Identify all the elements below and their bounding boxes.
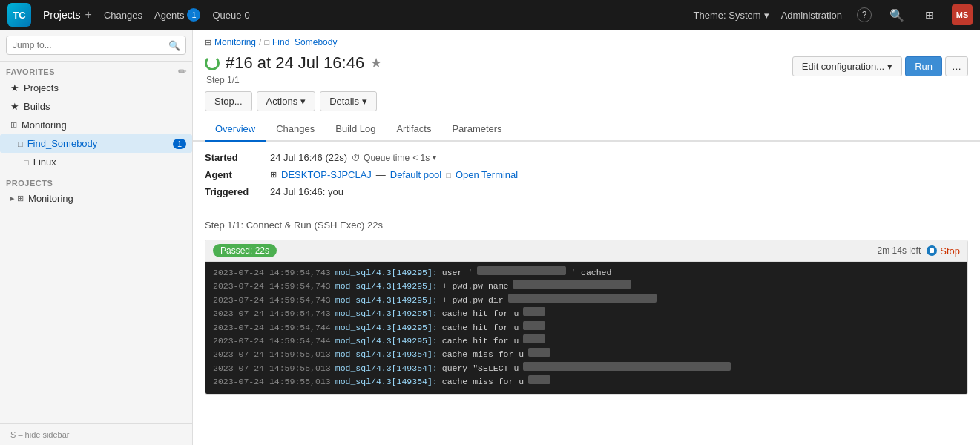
run-btn[interactable]: Run xyxy=(905,56,942,76)
triggered-value: 24 Jul 16:46: you xyxy=(270,186,343,197)
step-header: Step 1/1: Connect & Run (SSH Exec) 22s xyxy=(205,220,968,231)
favorites-section-header: FAVORITES ✏ xyxy=(0,62,192,79)
log-line: 2023-07-24 14:59:55,013 mod_sql/4.3[1493… xyxy=(213,375,960,389)
started-label: Started xyxy=(205,152,264,163)
nav-add-project-btn[interactable]: + xyxy=(85,8,92,22)
favorite-star[interactable]: ★ xyxy=(370,55,382,71)
log-header-right: 2m 14s left Stop xyxy=(878,245,960,257)
tc-logo[interactable]: TC xyxy=(7,3,31,27)
log-header-left: Passed: 22s xyxy=(213,244,277,257)
nav-changes[interactable]: Changes xyxy=(104,10,142,21)
nav-help-btn[interactable]: ? xyxy=(854,4,875,25)
actions-dropdown-icon: ▾ xyxy=(300,96,306,107)
sidebar-find-somebody-label: Find_Somebody xyxy=(27,138,98,149)
open-terminal-link[interactable]: Open Terminal xyxy=(456,169,518,180)
details-btn[interactable]: Details ▾ xyxy=(320,91,377,111)
nav-queue[interactable]: Queue 0 xyxy=(212,10,249,21)
nav-administration[interactable]: Administration xyxy=(781,10,842,21)
stop-circle-icon xyxy=(927,245,937,256)
build-actions: Stop... Actions ▾ Details ▾ xyxy=(193,91,980,117)
log-body: 2023-07-24 14:59:54,743 mod_sql/4.3[1492… xyxy=(205,262,967,394)
breadcrumb-monitoring-icon: ⊞ xyxy=(205,38,211,47)
agent-pool-link[interactable]: Default pool xyxy=(390,169,441,180)
top-nav: TC Projects + Changes Agents 1 1 Queue 0… xyxy=(0,0,980,30)
sidebar-projects-label: Projects xyxy=(24,82,59,93)
sidebar-item-linux[interactable]: □ Linux xyxy=(0,153,192,171)
nav-theme[interactable]: Theme: System ▾ xyxy=(694,10,769,21)
monitoring-icon: ⊞ xyxy=(10,120,17,130)
app-layout: 🔍 FAVORITES ✏ ★ Projects ★ Builds ⊞ Moni… xyxy=(0,30,980,445)
queue-time: ⏱ Queue time < 1s ▾ xyxy=(352,153,436,163)
log-line: 2023-07-24 14:59:55,013 mod_sql/4.3[1493… xyxy=(213,348,960,361)
log-line: 2023-07-24 14:59:54,744 mod_sql/4.3[1492… xyxy=(213,321,960,334)
running-icon xyxy=(205,56,220,70)
agent-label: Agent xyxy=(205,169,264,180)
log-line: 2023-07-24 14:59:54,743 mod_sql/4.3[1492… xyxy=(213,294,960,307)
projects-fav-icon: ★ xyxy=(10,82,19,93)
nav-search-btn[interactable]: 🔍 xyxy=(887,4,907,25)
tab-artifacts[interactable]: Artifacts xyxy=(386,117,441,142)
triggered-label: Triggered xyxy=(205,186,264,197)
monitoring-project-icon: ▸ ⊞ xyxy=(10,194,24,203)
actions-btn[interactable]: Actions ▾ xyxy=(257,91,316,111)
sidebar-item-monitoring-project[interactable]: ▸ ⊞ Monitoring xyxy=(0,189,192,208)
tabs: Overview Changes Build Log Artifacts Par… xyxy=(193,117,980,142)
agent-value: ⊞ DESKTOP-SJPCLAJ — Default pool □ Open … xyxy=(270,169,518,180)
step-section: Step 1/1: Connect & Run (SSH Exec) 22s xyxy=(193,214,980,234)
edit-config-dropdown-icon: ▾ xyxy=(887,61,892,72)
sidebar-item-builds[interactable]: ★ Builds xyxy=(0,97,192,116)
sidebar-linux-label: Linux xyxy=(33,156,56,168)
log-line: 2023-07-24 14:59:55,013 mod_sql/4.3[1493… xyxy=(213,362,960,375)
stop-log-btn[interactable]: Stop xyxy=(927,245,960,257)
sidebar-search-area: 🔍 xyxy=(0,30,192,62)
nav-layout-btn[interactable]: ⊞ xyxy=(919,4,940,25)
details-dropdown-icon: ▾ xyxy=(362,96,367,107)
search-input[interactable] xyxy=(6,36,186,55)
main-content: ⊞ Monitoring / □ Find_Somebody #16 at 24… xyxy=(193,30,980,445)
passed-badge: Passed: 22s xyxy=(213,244,277,257)
breadcrumb-monitoring-link[interactable]: Monitoring xyxy=(214,37,256,47)
find-somebody-badge: 1 xyxy=(173,139,186,149)
log-line: 2023-07-24 14:59:54,743 mod_sql/4.3[1492… xyxy=(213,266,960,280)
breadcrumb-find-somebody-link[interactable]: Find_Somebody xyxy=(272,37,337,47)
sidebar-item-monitoring[interactable]: ⊞ Monitoring xyxy=(0,116,192,134)
started-value: 24 Jul 16:46 (22s) ⏱ Queue time < 1s ▾ xyxy=(270,152,436,163)
tab-parameters[interactable]: Parameters xyxy=(441,117,512,142)
tab-changes[interactable]: Changes xyxy=(266,117,325,142)
build-number-title: #16 at 24 Jul 16:46 xyxy=(226,53,364,73)
builds-fav-icon: ★ xyxy=(10,101,19,112)
sidebar-monitoring-project-label: Monitoring xyxy=(28,193,73,204)
find-somebody-icon: □ xyxy=(18,139,23,148)
build-title: #16 at 24 Jul 16:46 ★ xyxy=(205,53,382,73)
log-header: Passed: 22s 2m 14s left Stop xyxy=(205,240,967,262)
stop-square-icon xyxy=(930,248,934,253)
nav-agents[interactable]: Agents 1 1 xyxy=(154,8,200,22)
windows-icon: ⊞ xyxy=(270,170,277,179)
agents-badge: 1 xyxy=(187,8,200,22)
breadcrumb-find-somebody-icon: □ xyxy=(264,38,269,47)
stop-btn[interactable]: Stop... xyxy=(205,91,252,111)
user-avatar[interactable]: MS xyxy=(952,4,973,25)
tab-build-log[interactable]: Build Log xyxy=(325,117,386,142)
sidebar-item-find-somebody[interactable]: □ Find_Somebody 1 xyxy=(0,134,192,153)
log-line: 2023-07-24 14:59:54,743 mod_sql/4.3[1492… xyxy=(213,307,960,320)
triggered-row: Triggered 24 Jul 16:46: you xyxy=(205,186,968,197)
nav-projects-label[interactable]: Projects xyxy=(43,9,81,21)
search-icon: 🔍 xyxy=(168,40,180,51)
hide-sidebar-btn[interactable]: S – hide sidebar xyxy=(0,423,192,445)
edit-configuration-btn[interactable]: Edit configuration... ▾ xyxy=(792,56,902,76)
tab-overview[interactable]: Overview xyxy=(205,117,266,142)
linux-icon: □ xyxy=(24,158,29,167)
edit-favorites-btn[interactable]: ✏ xyxy=(178,66,187,77)
build-step-label: Step 1/1 xyxy=(205,75,382,85)
header-actions: Edit configuration... ▾ Run … xyxy=(792,56,968,76)
agent-name-link[interactable]: DESKTOP-SJPCLAJ xyxy=(281,169,372,180)
log-line: 2023-07-24 14:59:54,744 mod_sql/4.3[1492… xyxy=(213,334,960,348)
sidebar-item-projects[interactable]: ★ Projects xyxy=(0,79,192,97)
more-options-btn[interactable]: … xyxy=(945,56,968,76)
started-row: Started 24 Jul 16:46 (22s) ⏱ Queue time … xyxy=(205,152,968,163)
queue-time-dropdown[interactable]: ▾ xyxy=(433,154,436,162)
build-info: Started 24 Jul 16:46 (22s) ⏱ Queue time … xyxy=(193,142,980,214)
breadcrumb: ⊞ Monitoring / □ Find_Somebody xyxy=(193,30,980,50)
page-header: #16 at 24 Jul 16:46 ★ Step 1/1 Edit conf… xyxy=(193,50,980,91)
